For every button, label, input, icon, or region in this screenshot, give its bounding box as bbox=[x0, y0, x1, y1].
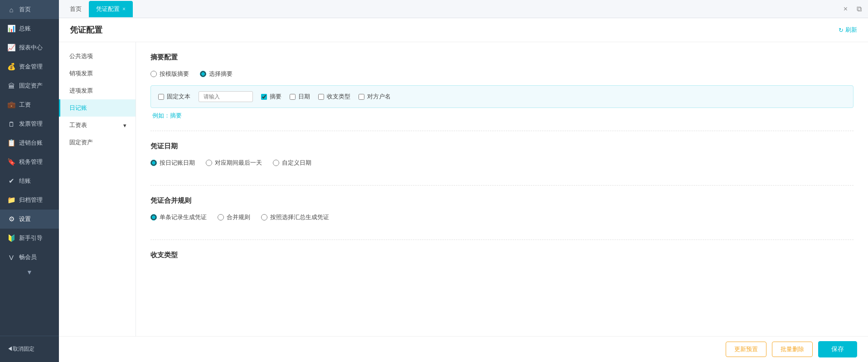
checkbox-counterpart[interactable]: 对方户名 bbox=[359, 93, 391, 101]
sidebar: ⌂ 首页 📊 总账 📈 报表中心 💰 资金管理 🏛 固定资产 💼 工资 🗒 发票… bbox=[0, 0, 59, 362]
fixed-text-input[interactable] bbox=[199, 91, 253, 102]
radio-merge-rule[interactable]: 合并规则 bbox=[218, 213, 250, 221]
sidebar-item-ledger[interactable]: 📊 总账 bbox=[0, 19, 59, 38]
right-content: 摘要配置 按模版摘要 选择摘要 固定文本 bbox=[136, 42, 868, 336]
checkbox-date[interactable]: 日期 bbox=[290, 93, 310, 101]
checkout-icon: ✔ bbox=[7, 177, 15, 185]
sidebar-item-settings[interactable]: ⚙ 设置 bbox=[0, 210, 59, 229]
summary-config-title: 摘要配置 bbox=[150, 53, 853, 62]
left-nav: 公共选项 销项发票 进项发票 日记账 工资表 ▾ 固定资产 bbox=[59, 42, 136, 336]
salary-icon: 💼 bbox=[7, 101, 15, 109]
radio-select-merge[interactable]: 按照选择汇总生成凭证 bbox=[261, 213, 329, 221]
voucher-date-section: 凭证日期 按日记账日期 对应期间最后一天 自定义日期 bbox=[150, 142, 853, 186]
nav-item-fixed-assets[interactable]: 固定资产 bbox=[59, 134, 136, 151]
tab-actions: × ⧉ bbox=[841, 4, 864, 14]
sidebar-item-salary[interactable]: 💼 工资 bbox=[0, 95, 59, 114]
funds-icon: 💰 bbox=[7, 63, 15, 71]
sidebar-item-vip[interactable]: V 畅会员 bbox=[0, 248, 59, 267]
sidebar-scroll-down[interactable]: ▼ bbox=[0, 267, 59, 278]
chevron-down-icon: ▾ bbox=[123, 122, 126, 129]
reports-icon: 📈 bbox=[7, 44, 15, 52]
radio-template-summary[interactable]: 按模版摘要 bbox=[150, 70, 189, 78]
tax-icon: 🔖 bbox=[7, 158, 15, 166]
merge-rules-section: 凭证合并规则 单条记录生成凭证 合并规则 按照选择汇总生成凭证 bbox=[150, 196, 853, 240]
unpin-sidebar-button[interactable]: ◀取消固定 bbox=[0, 340, 59, 358]
checkbox-pay-type[interactable]: 收支类型 bbox=[318, 93, 350, 101]
merge-rules-radio-group: 单条记录生成凭证 合并规则 按照选择汇总生成凭证 bbox=[150, 213, 853, 221]
main-area: 首页 凭证配置 × × ⧉ 凭证配置 ↻ 刷新 公共选项 销项发票 进 bbox=[59, 0, 868, 362]
preview-text: 例如：摘要 bbox=[152, 112, 853, 120]
sidebar-item-checkout[interactable]: ✔ 结账 bbox=[0, 171, 59, 191]
ledger-icon: 📊 bbox=[7, 24, 15, 33]
batch-delete-button[interactable]: 批量删除 bbox=[772, 342, 813, 357]
update-preview-button[interactable]: 更新预置 bbox=[726, 342, 766, 357]
nav-item-sales[interactable]: 销项发票 bbox=[59, 65, 136, 82]
assets-icon: 🏛 bbox=[7, 82, 15, 90]
refresh-icon: ↻ bbox=[839, 27, 844, 34]
content-layout: 公共选项 销项发票 进项发票 日记账 工资表 ▾ 固定资产 摘要配置 bbox=[59, 42, 868, 336]
nav-item-journal[interactable]: 日记账 bbox=[59, 99, 136, 117]
summary-config-section: 摘要配置 按模版摘要 选择摘要 固定文本 bbox=[150, 53, 853, 131]
bottom-bar: 更新预置 批量删除 保存 bbox=[59, 336, 868, 362]
sidebar-item-funds[interactable]: 💰 资金管理 bbox=[0, 57, 59, 76]
nav-item-purchase[interactable]: 进项发票 bbox=[59, 82, 136, 99]
checkbox-fixed-text[interactable]: 固定文本 bbox=[158, 93, 190, 101]
radio-period-last[interactable]: 对应期间最后一天 bbox=[206, 159, 262, 167]
summary-checkbox-row: 固定文本 摘要 日期 收支类型 bbox=[150, 85, 853, 108]
payment-type-title: 收支类型 bbox=[150, 251, 853, 259]
vip-icon: V bbox=[7, 254, 15, 261]
restore-window-button[interactable]: ⧉ bbox=[854, 4, 864, 14]
nav-item-payroll[interactable]: 工资表 ▾ bbox=[59, 117, 136, 134]
sidebar-item-tax[interactable]: 🔖 税务管理 bbox=[0, 152, 59, 171]
merge-rules-title: 凭证合并规则 bbox=[150, 196, 853, 205]
radio-journal-date[interactable]: 按日记账日期 bbox=[150, 159, 195, 167]
voucher-date-radio-group: 按日记账日期 对应期间最后一天 自定义日期 bbox=[150, 159, 853, 167]
sidebar-item-archive[interactable]: 📁 归档管理 bbox=[0, 191, 59, 210]
checkbox-summary[interactable]: 摘要 bbox=[261, 93, 281, 101]
tab-close-icon[interactable]: × bbox=[122, 6, 126, 12]
save-button[interactable]: 保存 bbox=[818, 341, 857, 357]
reconcile-icon: 📋 bbox=[7, 139, 15, 147]
guide-icon: 🔰 bbox=[7, 234, 15, 242]
page-header: 凭证配置 ↻ 刷新 bbox=[59, 18, 868, 42]
archive-icon: 📁 bbox=[7, 196, 15, 204]
sidebar-item-guide[interactable]: 🔰 新手引导 bbox=[0, 229, 59, 248]
tab-bar: 首页 凭证配置 × × ⧉ bbox=[59, 0, 868, 18]
settings-icon: ⚙ bbox=[7, 215, 15, 223]
sidebar-item-reconcile[interactable]: 📋 进销台账 bbox=[0, 133, 59, 152]
radio-select-summary[interactable]: 选择摘要 bbox=[200, 70, 233, 78]
refresh-button[interactable]: ↻ 刷新 bbox=[839, 26, 857, 34]
page-title: 凭证配置 bbox=[70, 24, 102, 35]
nav-item-public[interactable]: 公共选项 bbox=[59, 48, 136, 65]
tab-voucher-config[interactable]: 凭证配置 × bbox=[89, 1, 133, 17]
summary-radio-group: 按模版摘要 选择摘要 bbox=[150, 70, 853, 78]
sidebar-item-reports[interactable]: 📈 报表中心 bbox=[0, 38, 59, 57]
tab-home[interactable]: 首页 bbox=[63, 1, 89, 17]
radio-single-record[interactable]: 单条记录生成凭证 bbox=[150, 213, 207, 221]
sidebar-item-invoice[interactable]: 🗒 发票管理 bbox=[0, 114, 59, 133]
close-window-button[interactable]: × bbox=[841, 4, 850, 14]
sidebar-item-assets[interactable]: 🏛 固定资产 bbox=[0, 76, 59, 95]
radio-custom-date[interactable]: 自定义日期 bbox=[273, 159, 311, 167]
payment-type-section: 收支类型 bbox=[150, 251, 853, 279]
invoice-icon: 🗒 bbox=[7, 120, 15, 128]
voucher-date-title: 凭证日期 bbox=[150, 142, 853, 151]
home-icon: ⌂ bbox=[7, 6, 15, 14]
sidebar-item-home[interactable]: ⌂ 首页 bbox=[0, 0, 59, 19]
